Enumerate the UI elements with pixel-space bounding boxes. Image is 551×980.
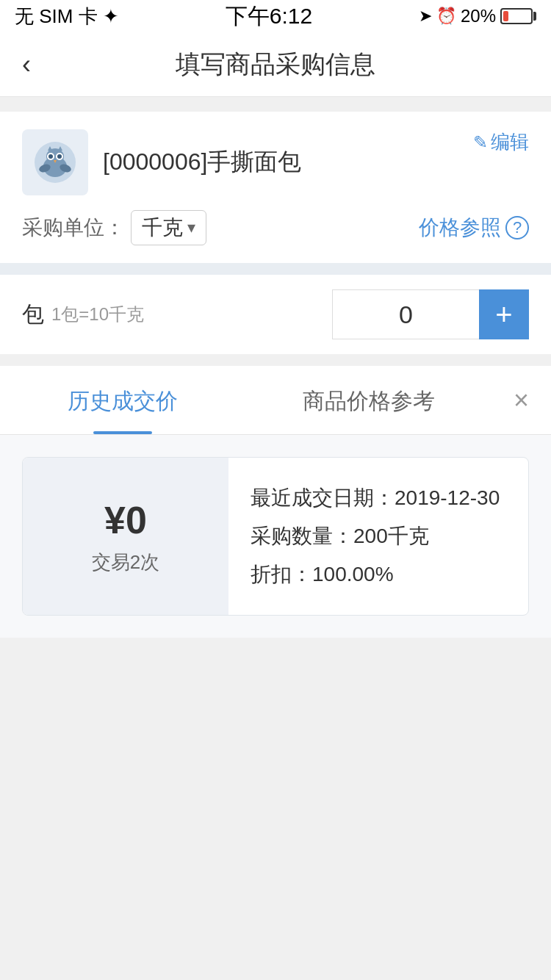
recent-date-value: 2019-12-30 — [395, 486, 500, 509]
sim-status: 无 SIM 卡 ✦ — [15, 4, 119, 29]
history-detail-section: 最近成交日期：2019-12-30 采购数量：200千克 折扣：100.00% — [228, 458, 528, 615]
edit-icon: ✎ — [473, 132, 488, 153]
bottom-area — [0, 638, 551, 980]
svg-point-8 — [57, 154, 62, 159]
status-right: ➤ ⏰ 20% — [419, 6, 536, 26]
edit-button[interactable]: ✎ 编辑 — [473, 129, 529, 155]
history-price-value: ¥0 — [104, 498, 147, 542]
product-card: [0000006]手撕面包 ✎ 编辑 采购单位： 千克 ▾ 价格参照 ? — [0, 112, 551, 263]
price-ref-help-icon: ? — [505, 216, 529, 239]
tab-history-price[interactable]: 历史成交价 — [0, 366, 245, 434]
recent-date-label: 最近成交日期： — [251, 486, 395, 509]
product-name: [0000006]手撕面包 — [103, 146, 301, 179]
recent-date-row: 最近成交日期：2019-12-30 — [251, 484, 506, 512]
section-divider — [0, 263, 551, 275]
unit-value: 千克 — [142, 214, 183, 242]
discount-row: 折扣：100.00% — [251, 561, 506, 588]
tabs-header: 历史成交价 商品价格参考 × — [0, 366, 551, 435]
purchase-qty-value: 200千克 — [353, 525, 429, 547]
owl-logo-icon — [33, 140, 77, 184]
price-ref-label: 价格参照 — [419, 214, 501, 242]
tab-product-price-reference[interactable]: 商品价格参考 — [245, 366, 491, 434]
tabs-panel: 历史成交价 商品价格参考 × ¥0 交易2次 最近成交日期：2019-12-30… — [0, 366, 551, 638]
history-trade-count: 交易2次 — [92, 550, 159, 575]
quantity-plus-button[interactable]: + — [479, 289, 529, 339]
pack-sub-label: 1包=10千克 — [51, 303, 144, 326]
product-thumbnail — [22, 129, 88, 195]
battery-icon — [500, 8, 536, 24]
status-time: 下午6:12 — [226, 1, 312, 32]
history-price-section: ¥0 交易2次 — [23, 458, 228, 615]
location-icon: ➤ — [419, 7, 432, 26]
unit-dropdown-arrow: ▾ — [187, 218, 195, 237]
price-reference-button[interactable]: 价格参照 ? — [419, 214, 529, 242]
nav-bar: ‹ 填写商品采购信息 — [0, 32, 551, 97]
status-left: 无 SIM 卡 ✦ — [15, 4, 119, 29]
tabs-close-button[interactable]: × — [491, 385, 551, 416]
unit-select[interactable]: 千克 ▾ — [131, 210, 206, 245]
quantity-row: 包 1包=10千克 + — [0, 275, 551, 354]
unit-label: 采购单位： — [22, 214, 125, 242]
svg-point-6 — [48, 154, 53, 159]
discount-label: 折扣： — [251, 563, 312, 586]
battery-percent: 20% — [461, 6, 496, 26]
purchase-qty-label: 采购数量： — [251, 525, 353, 547]
discount-value: 100.00% — [312, 563, 394, 586]
quantity-input[interactable] — [332, 289, 479, 339]
pack-label: 包 — [22, 300, 44, 330]
history-list: ¥0 交易2次 最近成交日期：2019-12-30 采购数量：200千克 折扣：… — [0, 435, 551, 638]
back-button[interactable]: ‹ — [15, 42, 38, 87]
status-bar: 无 SIM 卡 ✦ 下午6:12 ➤ ⏰ 20% — [0, 0, 551, 32]
purchase-qty-row: 采购数量：200千克 — [251, 522, 506, 550]
history-card: ¥0 交易2次 最近成交日期：2019-12-30 采购数量：200千克 折扣：… — [22, 457, 529, 616]
alarm-icon: ⏰ — [436, 7, 456, 26]
page-title: 填写商品采购信息 — [176, 48, 375, 82]
